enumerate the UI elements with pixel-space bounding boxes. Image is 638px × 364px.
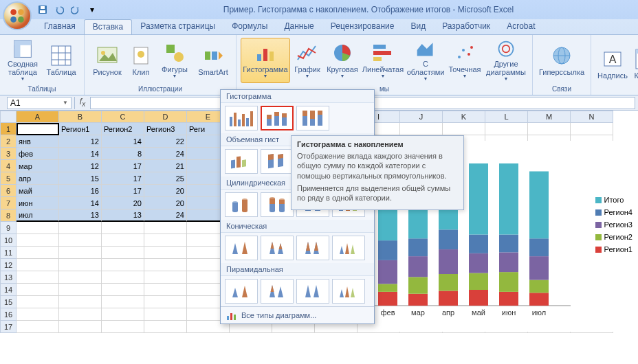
line-chart-button[interactable]: График▼	[292, 38, 323, 83]
cell[interactable]	[59, 234, 102, 247]
cell[interactable]: Регион3	[144, 123, 187, 135]
cell[interactable]: 14	[59, 197, 102, 209]
cell[interactable]	[16, 234, 59, 247]
cell[interactable]	[144, 271, 187, 284]
cell[interactable]: 22	[144, 135, 187, 148]
name-box[interactable]: A1▼	[7, 97, 72, 109]
header-footer-button[interactable]: Коло	[631, 42, 638, 87]
cell[interactable]	[102, 222, 144, 234]
cell[interactable]	[59, 284, 102, 296]
clustered-column[interactable]	[225, 106, 258, 130]
select-all-corner[interactable]	[0, 111, 16, 123]
row-header[interactable]: 15	[0, 296, 16, 308]
row-header[interactable]: 2	[0, 135, 16, 148]
area-chart-button[interactable]: С областями▼	[406, 38, 446, 83]
cell[interactable]: 14	[59, 148, 102, 160]
cell[interactable]	[102, 271, 144, 284]
scatter-chart-button[interactable]: Точечная▼	[447, 38, 483, 83]
cell[interactable]: 24	[144, 209, 187, 222]
cell[interactable]	[16, 296, 59, 308]
cell[interactable]: 13	[59, 209, 102, 222]
cell[interactable]: 16	[59, 185, 102, 197]
cell[interactable]	[528, 123, 571, 135]
tab-acrobat[interactable]: Acrobat	[498, 19, 543, 34]
hyperlink-button[interactable]: Гиперссылка	[537, 38, 586, 83]
row-header[interactable]: 16	[0, 308, 16, 321]
cell[interactable]	[16, 123, 59, 135]
col-header[interactable]: J	[400, 111, 443, 123]
cell[interactable]	[16, 321, 59, 333]
pyr-100[interactable]	[296, 279, 329, 304]
cell[interactable]	[16, 271, 59, 284]
office-button[interactable]	[3, 1, 32, 30]
cell[interactable]	[144, 284, 187, 296]
cell[interactable]	[144, 247, 187, 259]
cell[interactable]: фев	[16, 148, 59, 160]
tab-insert[interactable]: Вставка	[84, 19, 133, 34]
col-header[interactable]: N	[571, 111, 613, 123]
col-header[interactable]: K	[443, 111, 485, 123]
stacked-column[interactable]	[261, 106, 294, 130]
cone-3d[interactable]	[332, 236, 365, 260]
textbox-button[interactable]: AНадпись	[595, 42, 630, 87]
row-header[interactable]: 3	[0, 148, 16, 160]
cell[interactable]	[59, 296, 102, 308]
cell[interactable]: 17	[102, 172, 144, 185]
undo-button[interactable]	[52, 3, 66, 16]
row-header[interactable]: 6	[0, 185, 16, 197]
cell[interactable]	[443, 123, 485, 135]
cell[interactable]: 17	[102, 185, 144, 197]
row-header[interactable]: 17	[0, 321, 16, 333]
cell[interactable]: июн	[16, 197, 59, 209]
cell[interactable]	[16, 308, 59, 321]
tab-data[interactable]: Данные	[276, 19, 322, 34]
cell[interactable]: янв	[16, 135, 59, 148]
cell[interactable]	[16, 284, 59, 296]
cell[interactable]	[59, 222, 102, 234]
cell[interactable]: Регион2	[102, 123, 144, 135]
shapes-button[interactable]: Фигуры▼	[156, 38, 193, 83]
row-header[interactable]: 5	[0, 172, 16, 185]
cell[interactable]	[16, 259, 59, 271]
row-header[interactable]: 4	[0, 160, 16, 172]
col-header[interactable]: C	[102, 111, 144, 123]
cell[interactable]	[16, 222, 59, 234]
tab-pagelayout[interactable]: Разметка страницы	[132, 19, 223, 34]
cell[interactable]	[400, 123, 443, 135]
cell[interactable]: 20	[144, 197, 187, 209]
cell[interactable]	[144, 308, 187, 321]
tab-view[interactable]: Вид	[402, 19, 434, 34]
column-chart-button[interactable]: Гистограмма▼	[241, 38, 290, 83]
row-header[interactable]: 13	[0, 271, 16, 284]
cell[interactable]: 12	[59, 160, 102, 172]
row-header[interactable]: 14	[0, 284, 16, 296]
cell[interactable]: апр	[16, 172, 59, 185]
clip-button[interactable]: Клип	[127, 38, 155, 83]
cell[interactable]: мар	[16, 160, 59, 172]
table-button[interactable]: Таблица	[43, 38, 80, 83]
cell[interactable]	[102, 247, 144, 259]
col-header[interactable]: M	[528, 111, 571, 123]
fx-button[interactable]: fx	[75, 97, 90, 108]
cell[interactable]: 17	[102, 160, 144, 172]
cell[interactable]	[59, 308, 102, 321]
cell[interactable]	[144, 321, 187, 333]
cell[interactable]	[102, 284, 144, 296]
3d-clustered[interactable]	[225, 149, 258, 174]
pyr-3d[interactable]	[332, 279, 365, 304]
cell[interactable]	[16, 247, 59, 259]
col-header[interactable]: A	[16, 111, 59, 123]
cell[interactable]: 20	[144, 185, 187, 197]
cell[interactable]	[144, 222, 187, 234]
col-header[interactable]: L	[485, 111, 528, 123]
cell[interactable]: Регион1	[59, 123, 102, 135]
pyr-stacked[interactable]	[261, 279, 294, 304]
cell[interactable]: май	[16, 185, 59, 197]
cell[interactable]	[571, 123, 613, 135]
cell[interactable]: 14	[102, 135, 144, 148]
other-charts-button[interactable]: Другие диаграммы▼	[484, 38, 528, 83]
cone-clustered[interactable]	[225, 236, 258, 260]
cell[interactable]	[102, 296, 144, 308]
cell[interactable]	[59, 247, 102, 259]
tab-review[interactable]: Рецензирование	[322, 19, 403, 34]
